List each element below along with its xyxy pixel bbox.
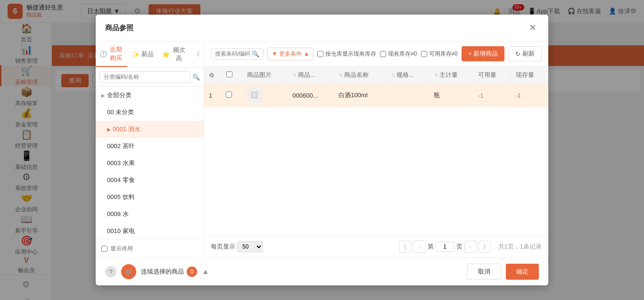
more-filters-button[interactable]: ▼ 更多条件 ▲	[267, 48, 314, 60]
image-placeholder-icon: 🖼	[250, 91, 259, 100]
col-spec[interactable]: ⇅ 规格...	[386, 67, 429, 84]
row-spec	[386, 84, 429, 107]
col-name[interactable]: ⇅ 商品名称	[334, 67, 386, 84]
col-stock: 现存量	[511, 67, 548, 84]
category-list: ▶ 全部分类 00 未分类 ▶ 0001 酒水 0002 茶叶 0003 水果	[96, 87, 204, 240]
row-code: 000600...	[288, 84, 334, 107]
per-page-label: 每页显示	[211, 242, 235, 251]
modal-toolbar: 🔍 ▼ 更多条件 ▲ 按仓库显示现有库存 现有库存≠0	[204, 42, 548, 67]
product-table: ⚙ 商品图片 ⇅ 商品...	[204, 67, 548, 107]
warehouse-checkbox[interactable]	[317, 51, 323, 57]
category-item-appliances[interactable]: 0010 家电	[96, 223, 204, 240]
col-settings[interactable]: ⚙	[204, 67, 221, 84]
last-page-btn[interactable]: ⟫	[479, 241, 491, 253]
arrow-right-active-icon: ▶	[107, 127, 111, 132]
product-thumbnail: 🖼	[247, 88, 262, 103]
category-search-icon[interactable]: 🔍	[192, 74, 200, 81]
modal-close-button[interactable]: ✕	[526, 21, 539, 34]
modal-body: 🕐 近期购买 ✨ 新品 ⭐ 频次高 《 🔍	[96, 42, 548, 258]
page-suffix: 页	[456, 242, 462, 251]
selected-count-badge: 0	[187, 267, 197, 277]
search-icon[interactable]: 🔍	[252, 50, 259, 58]
star-icon: ⭐	[162, 51, 170, 58]
footer-left-area: ? 🛒 连续选择的商品 0 ▲	[105, 264, 209, 279]
col-image: 商品图片	[242, 67, 288, 84]
tab-recent-purchase[interactable]: 🕐 近期购买	[96, 42, 127, 67]
collapse-left-btn[interactable]: 《	[190, 42, 204, 67]
filter-icon: ▼	[272, 50, 277, 57]
sort-icon4: ⇅	[434, 73, 438, 78]
new-icon: ✨	[132, 51, 140, 58]
chevron-up-icon: ▲	[304, 50, 309, 57]
category-item-unclassified[interactable]: 00 未分类	[96, 104, 204, 121]
col-unit[interactable]: ⇅ 主计量	[429, 67, 473, 84]
category-item-all[interactable]: ▶ 全部分类	[96, 87, 204, 104]
sort-icon: ⇅	[293, 73, 297, 78]
modal-overlay: 商品参照 ✕ 🕐 近期购买 ✨ 新品 ⭐ 频次高	[0, 0, 644, 300]
product-search-input[interactable]	[215, 50, 250, 57]
row-index: 1	[204, 84, 221, 107]
nonzero-stock-filter[interactable]: 现有库存≠0	[380, 50, 417, 58]
clock-icon: 🕐	[99, 50, 107, 58]
cart-icon[interactable]: 🛒	[121, 264, 136, 279]
row-check[interactable]	[221, 84, 242, 107]
category-item-fruit[interactable]: 0003 水果	[96, 155, 204, 172]
available-nonzero-filter[interactable]: 可用库存≠0	[421, 50, 458, 58]
fold-icon[interactable]: ▲	[202, 267, 209, 276]
row-stock: -1	[511, 84, 548, 107]
category-item-tea[interactable]: 0002 茶叶	[96, 138, 204, 155]
category-search-input[interactable]	[99, 71, 190, 83]
per-page-select[interactable]: 50 100 200	[237, 241, 263, 252]
search-tabs: 🕐 近期购买 ✨ 新品 ⭐ 频次高 《	[96, 42, 204, 67]
category-item-snacks[interactable]: 0004 零食	[96, 172, 204, 189]
modal-right-panel: 🔍 ▼ 更多条件 ▲ 按仓库显示现有库存 现有库存≠0	[204, 42, 548, 258]
available-nonzero-checkbox[interactable]	[421, 51, 427, 57]
page-total-info: 共1页，1条记录	[498, 242, 542, 251]
category-search-bar: 🔍	[96, 67, 204, 87]
refresh-button[interactable]: ↻ 刷新	[508, 46, 542, 61]
warehouse-filter[interactable]: 按仓库显示现有库存	[317, 50, 376, 58]
category-item-water[interactable]: 0008 水	[96, 206, 204, 223]
pagination-bar: 每页显示 50 100 200 ⟪ ‹ 第 页 ›	[204, 235, 548, 258]
sort-icon2: ⇅	[339, 73, 343, 78]
add-product-button[interactable]: + 新增商品	[462, 46, 504, 61]
show-disabled-area: 显示停用	[96, 240, 204, 258]
modal-header: 商品参照 ✕	[96, 15, 548, 42]
refresh-icon: ↻	[515, 50, 520, 58]
arrow-right-icon: ▶	[101, 93, 105, 98]
page-navigation: ⟪ ‹ 第 页 › ⟫	[399, 241, 491, 253]
modal-left-panel: 🕐 近期购买 ✨ 新品 ⭐ 频次高 《 🔍	[96, 42, 204, 258]
category-item-drinks[interactable]: 0005 饮料	[96, 189, 204, 206]
continuous-select-label: 连续选择的商品 0	[141, 267, 197, 277]
table-row[interactable]: 1 🖼 000600... 白酒100ml 瓶	[204, 84, 548, 107]
modal-footer: ? 🛒 连续选择的商品 0 ▲ 取消 确定	[96, 258, 548, 285]
help-icon[interactable]: ?	[105, 266, 116, 277]
select-all-checkbox[interactable]	[226, 71, 232, 77]
product-search-bar: 🔍	[211, 48, 264, 60]
sort-icon3: ⇅	[391, 73, 395, 78]
nonzero-stock-checkbox[interactable]	[380, 51, 386, 57]
page-label: 第	[428, 242, 434, 251]
col-available: 可用量	[473, 67, 511, 84]
per-page-selector: 每页显示 50 100 200	[211, 241, 263, 252]
cancel-button[interactable]: 取消	[467, 264, 501, 280]
row-image: 🖼	[242, 84, 288, 107]
col-code[interactable]: ⇅ 商品...	[288, 67, 334, 84]
first-page-btn[interactable]: ⟪	[399, 241, 412, 253]
show-disabled-checkbox[interactable]	[101, 246, 107, 252]
category-item-liquor[interactable]: ▶ 0001 酒水	[96, 121, 204, 138]
confirm-button[interactable]: 确定	[506, 264, 539, 280]
show-disabled-label: 显示停用	[110, 245, 133, 253]
modal-title: 商品参照	[105, 24, 133, 33]
product-table-wrapper: ⚙ 商品图片 ⇅ 商品...	[204, 67, 548, 235]
page-input[interactable]	[436, 242, 454, 252]
next-page-btn[interactable]: ›	[464, 241, 477, 253]
row-name: 白酒100ml	[334, 84, 386, 107]
row-available: -1	[473, 84, 511, 107]
row-unit: 瓶	[429, 84, 473, 107]
tab-frequent[interactable]: ⭐ 频次高	[158, 42, 190, 67]
tab-new-products[interactable]: ✨ 新品	[127, 42, 159, 67]
col-check	[221, 67, 242, 84]
prev-page-btn[interactable]: ‹	[413, 241, 426, 253]
footer-right-area: 取消 确定	[467, 264, 539, 280]
